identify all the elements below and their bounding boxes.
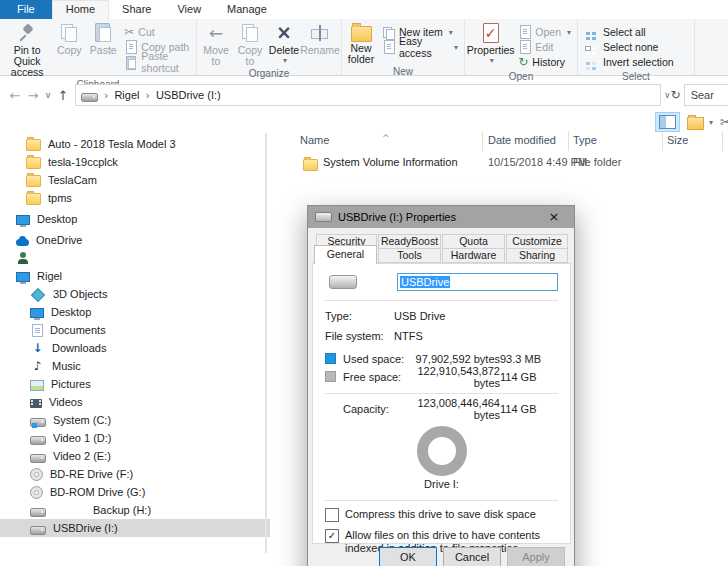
capacity-label: Capacity: [343,403,405,415]
forward-button[interactable]: → [24,88,42,103]
copy-button[interactable]: Copy [52,20,86,57]
sidebar-item-downloads[interactable]: ↓ Downloads [0,339,270,357]
file-system-label: File system: [325,330,394,342]
column-header-name[interactable]: Name [300,134,329,146]
capacity-size: 114 GB [500,403,558,415]
sidebar-item-auto-2018-tesla-model-3[interactable]: Auto - 2018 Tesla Model 3 [0,135,270,153]
tab-view[interactable]: View [164,0,214,19]
tab-general[interactable]: General [314,245,377,264]
breadcrumb[interactable]: › Rigel › USBDrive (I:) [75,84,661,106]
sidebar-item-user[interactable] [0,249,270,267]
sidebar-item-usbdrive-i[interactable]: USBDrive (I:) [0,519,270,537]
breadcrumb-item-rigel[interactable]: Rigel [114,89,139,101]
properties-button[interactable]: Properties ▾ [467,20,514,66]
new-item-icon [382,26,395,39]
drive-icon [30,454,46,463]
sidebar-item-label: Desktop [51,306,91,318]
sidebar-item-music[interactable]: ♪ Music [0,357,270,375]
close-icon[interactable]: × [541,206,567,228]
copy-to-button[interactable]: Copy to [233,20,267,68]
sidebar-item-desktop[interactable]: Desktop [0,210,270,228]
paste-shortcut-icon [124,56,137,69]
select-none-button[interactable]: Select none [582,40,676,54]
tab-manage[interactable]: Manage [214,0,280,19]
pin-to-quick-access-button[interactable]: Pin to Quick access [2,20,52,79]
open-button[interactable]: Open ▾ [516,25,573,39]
cancel-button[interactable]: Cancel [443,547,501,566]
sidebar-item-teslacam[interactable]: TeslaCam [0,171,270,189]
sidebar-item-label: Pictures [51,378,91,390]
column-divider[interactable] [662,131,663,151]
drive-name-input[interactable]: USBDrive [397,273,558,291]
sidebar-item-rigel[interactable]: Rigel [0,267,270,285]
free-space-bytes: 122,910,543,872 bytes [405,365,500,389]
sidebar-item-video-2-e[interactable]: Video 2 (E:) [0,447,270,465]
sidebar-item-desktop-2[interactable]: Desktop [0,303,270,321]
select-all-button[interactable]: Select all [582,25,676,39]
sidebar-item-3d-objects[interactable]: 3D Objects [0,285,270,303]
paste-button[interactable]: Paste [86,20,120,57]
folder-icon [303,159,318,171]
tab-home[interactable]: Home [52,0,109,19]
sidebar-item-bd-rom-g[interactable]: BD-ROM Drive (G:) [0,483,270,501]
tab-tools[interactable]: Tools [378,248,441,263]
sidebar-item-tpms[interactable]: tpms [0,189,270,207]
tab-hardware[interactable]: Hardware [442,248,505,263]
column-divider[interactable] [568,131,569,151]
delete-button[interactable]: × Delete ▾ [267,20,301,66]
column-divider[interactable] [482,131,483,151]
sidebar-item-system-c[interactable]: System (C:) [0,411,270,429]
optical-drive-icon [30,468,43,481]
breadcrumb-item-usbdrive[interactable]: USBDrive (I:) [156,89,221,101]
sidebar-scrollbar[interactable] [265,133,267,553]
ribbon-group-new: New folder New item ▾ Easy access ▾ New [342,19,465,75]
disk-usage-donut-chart [417,426,467,476]
desktop-icon [30,308,44,318]
address-dropdown-button[interactable]: ∨ [664,90,671,100]
index-checkbox[interactable]: ✓ [325,529,339,543]
column-headers: ^ Name Date modified Type Size [270,131,728,151]
sidebar-item-videos[interactable]: Videos [0,393,270,411]
compress-checkbox-label: Compress this drive to save disk space [345,508,558,522]
sidebar-item-bd-re-f[interactable]: BD-RE Drive (F:) [0,465,270,483]
rename-button[interactable]: Rename [301,20,339,57]
tab-quota[interactable]: Quota [442,234,505,249]
recent-locations-button[interactable]: ∨ [42,90,54,100]
tab-customize[interactable]: Customize [506,234,568,249]
history-button[interactable]: ↻ History [516,55,573,69]
sidebar-item-documents[interactable]: Documents [0,321,270,339]
sidebar-item-video-1-d[interactable]: Video 1 (D:) [0,429,270,447]
tab-share[interactable]: Share [109,0,164,19]
easy-access-button[interactable]: Easy access ▾ [380,40,460,54]
move-to-button[interactable]: ← Move to [199,20,233,68]
column-header-size[interactable]: Size [667,134,688,146]
dialog-title-bar[interactable]: USBDrive (I:) Properties × [308,206,574,228]
file-row-system-volume-information[interactable]: System Volume Information 10/15/2018 4:4… [270,153,728,173]
back-button[interactable]: ← [6,88,24,103]
free-space-row: Free space: 122,910,543,872 bytes 114 GB [325,368,558,385]
tab-sharing[interactable]: Sharing [506,248,568,263]
column-header-date-modified[interactable]: Date modified [488,134,556,146]
paste-shortcut-button[interactable]: Paste shortcut [122,55,192,69]
up-button[interactable]: ↑ [54,88,72,103]
column-header-type[interactable]: Type [573,134,597,146]
dialog-buttons: OK Cancel Apply [379,547,565,566]
ribbon-group-clipboard: Pin to Quick access Copy Paste ✂ Cut [0,19,197,75]
apply-button[interactable]: Apply [507,547,565,566]
sidebar-item-pictures[interactable]: Pictures [0,375,270,393]
compress-checkbox[interactable] [325,508,339,522]
tab-file[interactable]: File [0,0,52,19]
tab-readyboost[interactable]: ReadyBoost [378,234,441,249]
sidebar-item-backup-h[interactable]: Backup (H:) [0,501,270,519]
column-divider[interactable] [722,131,723,151]
sidebar-item-onedrive[interactable]: OneDrive [0,231,270,249]
sidebar-item-tesla-19ccplck[interactable]: tesla-19ccplck [0,153,270,171]
ok-button[interactable]: OK [379,547,437,566]
refresh-button[interactable]: ↻ [671,88,681,102]
music-icon: ♪ [30,360,45,373]
search-input[interactable]: Sear [684,84,728,106]
cut-button[interactable]: ✂ Cut [122,25,192,39]
new-folder-button[interactable]: New folder [344,20,378,66]
invert-selection-button[interactable]: Invert selection [582,55,676,69]
edit-button[interactable]: Edit [516,40,573,54]
